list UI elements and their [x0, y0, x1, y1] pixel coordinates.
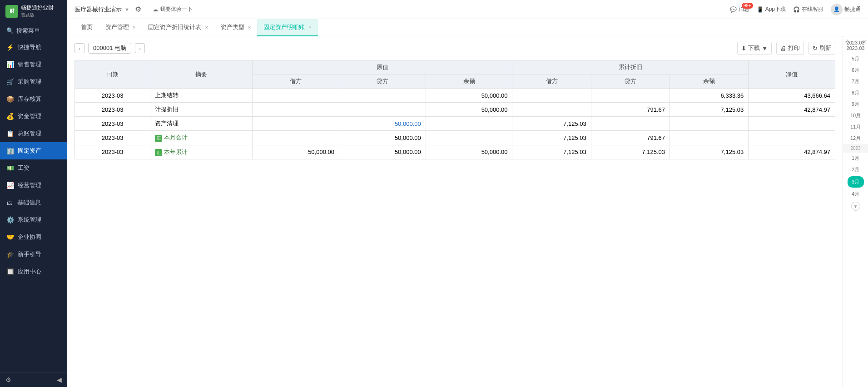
tab-home-label: 首页: [81, 23, 93, 31]
th-depreciation-group: 累计折旧: [512, 60, 749, 74]
th-orig-balance: 余额: [426, 74, 512, 89]
tl-month-11[interactable]: 11月: [843, 121, 868, 133]
sidebar: 财 畅捷通好业财 普及版 🔍 搜索菜单 ⚡ 快捷导航 📊 销售管理 🛒 采购管理…: [0, 0, 67, 387]
tl-month-7[interactable]: 7月: [843, 76, 868, 87]
sidebar-item-label: 采购管理: [18, 78, 41, 86]
refresh-icon: ↻: [813, 45, 818, 52]
tl-scroll-down-btn[interactable]: ▼: [851, 202, 860, 211]
tab-depreciation-table[interactable]: 固定资产折旧统计表 ×: [142, 19, 214, 36]
message-badge: 99+: [742, 3, 753, 9]
tl-month-5[interactable]: 5月: [843, 53, 868, 64]
sidebar-item-fixed-assets[interactable]: 🏢 固定资产: [0, 142, 67, 159]
logo-icon: 财: [5, 5, 18, 18]
tab-asset-mgmt-close[interactable]: ×: [133, 25, 135, 30]
next-asset-btn[interactable]: ›: [135, 43, 145, 53]
print-btn[interactable]: 🖨 打印: [776, 42, 804, 55]
tl-month-9[interactable]: 9月: [843, 99, 868, 110]
download-btn[interactable]: ⬇ 下载 ▼: [737, 42, 772, 55]
app-download-btn[interactable]: 📱 App下载: [757, 5, 786, 13]
th-net-value: 净值: [749, 60, 835, 89]
tab-asset-detail-label: 固定资产明细账: [263, 23, 305, 31]
asset-detail-table: 日期 摘要 原值 累计折旧 净值: [74, 60, 835, 159]
tab-depreciation-close[interactable]: ×: [205, 25, 208, 30]
sidebar-menu: 🔍 搜索菜单 ⚡ 快捷导航 📊 销售管理 🛒 采购管理 📦 库存核算 💰 资金管…: [0, 23, 67, 372]
th-dep-debit: 借方: [512, 74, 591, 89]
sidebar-item-system[interactable]: ⚙️ 系统管理: [0, 211, 67, 228]
inventory-icon: 📦: [6, 95, 14, 103]
tab-asset-type-close[interactable]: ×: [248, 25, 251, 30]
basic-info-icon: 🗂: [6, 199, 14, 206]
th-orig-debit: 借方: [253, 74, 339, 89]
asset-name: 电脑: [114, 45, 126, 51]
guide-icon: 🎓: [6, 251, 14, 258]
tabbar: 首页 资产管理 × 固定资产折旧统计表 × 资产类型 × 固定资产明细账 ×: [67, 19, 868, 36]
tl-month-8[interactable]: 8月: [843, 87, 868, 99]
sidebar-search[interactable]: 🔍 搜索菜单: [0, 23, 67, 39]
sidebar-item-guide[interactable]: 🎓 新手引导: [0, 246, 67, 263]
timeline-expand-btn[interactable]: ⤢: [845, 38, 849, 44]
th-dep-balance: 余额: [670, 74, 748, 89]
sidebar-item-label: 企业协同: [18, 233, 41, 241]
tab-home[interactable]: 首页: [74, 19, 99, 36]
experience-btn[interactable]: ☁ 我要体验一下: [153, 5, 193, 13]
refresh-btn[interactable]: ↻ 刷新: [808, 42, 835, 55]
sidebar-item-label: 销售管理: [18, 60, 41, 69]
user-area[interactable]: 👤 畅捷通: [831, 4, 861, 15]
topbar-settings-icon[interactable]: ⚙: [135, 5, 141, 14]
sidebar-item-basic-info[interactable]: 🗂 基础信息: [0, 194, 67, 211]
sidebar-item-payroll[interactable]: 💵 工资: [0, 159, 67, 177]
sidebar-item-label: 经营管理: [18, 181, 41, 189]
table-row: 2023-03上期结转50,000.006,333.3643,666.64: [75, 89, 835, 103]
download-caret: ▼: [762, 45, 768, 52]
topbar-right: 💬 消息 99+ 📱 App下载 🎧 在线客服 👤 畅捷通: [730, 4, 861, 15]
sidebar-logo: 财 畅捷通好业财 普及版: [0, 0, 67, 23]
tab-asset-detail[interactable]: 固定资产明细账 ×: [257, 19, 317, 36]
tab-asset-type-label: 资产类型: [221, 23, 244, 31]
sidebar-item-label: 资金管理: [18, 112, 41, 120]
experience-icon: ☁: [153, 6, 158, 13]
sidebar-item-quick-nav[interactable]: ⚡ 快捷导航: [0, 39, 67, 56]
app-download-label: App下载: [765, 5, 786, 13]
tl-month-4[interactable]: 4月: [843, 189, 868, 200]
download-icon: ⬇: [741, 45, 746, 52]
timeline-close-btn[interactable]: ×: [863, 38, 866, 45]
settings-icon[interactable]: ⚙: [5, 376, 11, 383]
sidebar-item-app-center[interactable]: 🔲 应用中心: [0, 263, 67, 280]
prev-asset-btn[interactable]: ‹: [74, 43, 84, 53]
next-icon: ›: [139, 45, 141, 52]
company-selector[interactable]: 医疗器械行业演示 ▼: [74, 5, 129, 14]
sidebar-item-operations[interactable]: 📈 经营管理: [0, 177, 67, 194]
tl-month-6[interactable]: 6月: [843, 64, 868, 76]
sidebar-item-label: 系统管理: [18, 216, 41, 224]
sidebar-item-cooperation[interactable]: 🤝 企业协同: [0, 228, 67, 246]
online-service-btn[interactable]: 🎧 在线客服: [793, 5, 823, 13]
tab-asset-mgmt[interactable]: 资产管理 ×: [99, 19, 142, 36]
company-name: 医疗器械行业演示: [74, 5, 122, 14]
table-row: 2023-03汇本月合计50,000.007,125.03791.67: [75, 131, 835, 145]
search-label: 搜索菜单: [16, 27, 40, 35]
sidebar-item-label: 快捷导航: [18, 43, 41, 51]
tl-month-2[interactable]: 2月: [843, 164, 868, 175]
subtotal-badge: 汇: [155, 135, 162, 142]
message-icon: 💬: [730, 6, 737, 13]
sidebar-item-purchase[interactable]: 🛒 采购管理: [0, 73, 67, 90]
sidebar-item-inventory[interactable]: 📦 库存核算: [0, 90, 67, 108]
message-btn[interactable]: 💬 消息 99+: [730, 5, 749, 13]
app-download-icon: 📱: [757, 6, 764, 13]
tl-month-3-active[interactable]: 3月: [848, 176, 864, 188]
sidebar-item-label: 新手引导: [18, 250, 41, 258]
sidebar-item-sales[interactable]: 📊 销售管理: [0, 56, 67, 73]
sidebar-item-ledger[interactable]: 📋 总账管理: [0, 125, 67, 142]
company-caret-icon: ▼: [124, 7, 129, 12]
sidebar-item-capital[interactable]: 💰 资金管理: [0, 108, 67, 125]
tab-asset-detail-close[interactable]: ×: [308, 25, 311, 30]
tab-asset-type[interactable]: 资产类型 ×: [214, 19, 257, 36]
tab-depreciation-label: 固定资产折旧统计表: [148, 23, 201, 31]
collapse-icon[interactable]: ◀: [57, 376, 62, 383]
asset-nav: ‹ 000001 电脑 › ⬇ 下载 ▼ 🖨: [74, 42, 835, 55]
th-orig-credit: 贷方: [339, 74, 426, 89]
tl-month-10[interactable]: 10月: [843, 110, 868, 121]
sales-icon: 📊: [6, 61, 14, 68]
tl-month-1[interactable]: 1月: [843, 153, 868, 164]
tl-month-12[interactable]: 12月: [843, 133, 868, 144]
